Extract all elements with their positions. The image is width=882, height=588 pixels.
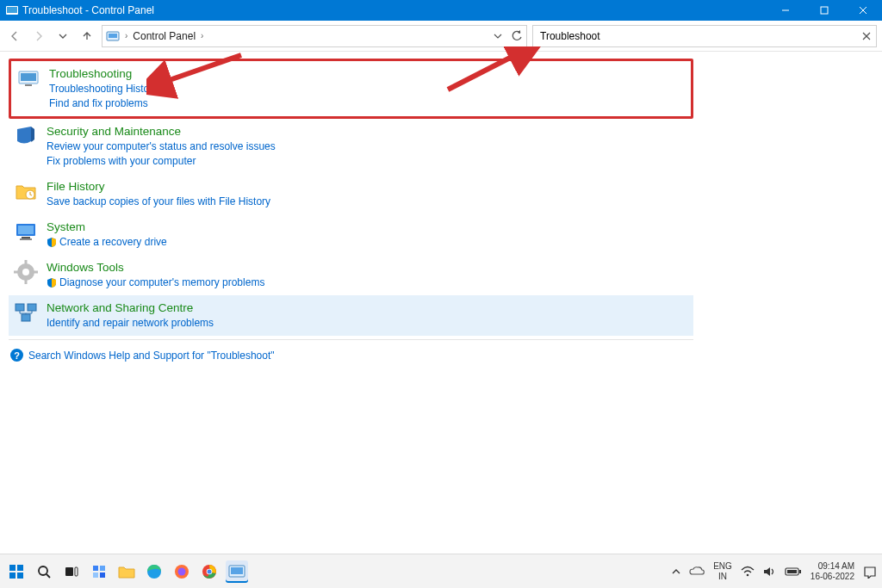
search-input[interactable] <box>538 28 857 44</box>
result-sublink-text: Fix problems with your computer <box>47 155 196 167</box>
result-item-security-maintenance[interactable]: Security and MaintenanceReview your comp… <box>9 119 693 174</box>
search-box[interactable] <box>532 25 877 47</box>
result-sublink-text: Save backup copies of your files with Fi… <box>47 195 270 207</box>
file-explorer-button[interactable] <box>115 560 138 583</box>
result-title[interactable]: System <box>47 220 167 235</box>
battery-icon[interactable] <box>785 566 802 577</box>
result-item-system[interactable]: SystemCreate a recovery drive <box>9 214 693 255</box>
result-sublink[interactable]: Identify and repair network problems <box>47 316 214 331</box>
svg-rect-36 <box>75 567 78 576</box>
result-sublink[interactable]: Fix problems with your computer <box>47 154 276 169</box>
result-sublink[interactable]: Review your computer's status and resolv… <box>47 139 276 154</box>
result-title[interactable]: Windows Tools <box>47 260 264 275</box>
system-icon <box>14 220 38 244</box>
svg-rect-28 <box>22 314 30 321</box>
result-sublink[interactable]: Save backup copies of your files with Fi… <box>47 195 270 209</box>
result-item-troubleshooting[interactable]: TroubleshootingTroubleshooting HistoryFi… <box>9 59 693 119</box>
recent-locations-button[interactable] <box>53 27 72 46</box>
lang-line2: IN <box>713 572 732 582</box>
svg-rect-7 <box>109 34 117 38</box>
minimize-button[interactable] <box>766 0 804 21</box>
chevron-right-icon[interactable]: › <box>199 31 205 40</box>
svg-point-43 <box>178 567 186 575</box>
close-button[interactable] <box>843 0 882 21</box>
result-title[interactable]: Security and Maintenance <box>47 124 276 139</box>
result-sublink-text: Identify and repair network problems <box>47 317 214 329</box>
svg-rect-18 <box>22 237 30 238</box>
onedrive-icon[interactable] <box>689 566 705 577</box>
chevron-right-icon[interactable]: › <box>123 31 129 40</box>
task-view-button[interactable] <box>60 560 83 583</box>
shield-icon <box>47 277 57 288</box>
svg-rect-35 <box>65 567 73 576</box>
svg-rect-3 <box>821 7 828 14</box>
notifications-button[interactable] <box>863 565 877 579</box>
result-title[interactable]: Network and Sharing Centre <box>47 300 214 316</box>
result-item-file-history[interactable]: File HistorySave backup copies of your f… <box>9 174 693 214</box>
result-body: SystemCreate a recovery drive <box>47 220 167 250</box>
language-indicator[interactable]: ENG IN <box>713 561 732 582</box>
svg-rect-13 <box>21 73 36 81</box>
divider <box>9 339 693 340</box>
svg-rect-30 <box>17 565 23 571</box>
breadcrumb-root[interactable]: Control Panel <box>133 30 196 42</box>
svg-rect-40 <box>100 573 105 578</box>
widgets-button[interactable] <box>88 560 110 583</box>
time-text: 09:14 AM <box>811 561 854 572</box>
svg-point-46 <box>208 569 212 573</box>
clear-search-button[interactable] <box>862 32 871 40</box>
system-tray: ENG IN 09:14 AM 16-06-2022 <box>672 561 877 582</box>
svg-rect-23 <box>25 279 28 284</box>
result-item-network-sharing[interactable]: Network and Sharing CentreIdentify and r… <box>9 295 693 336</box>
taskbar: ENG IN 09:14 AM 16-06-2022 <box>0 554 882 588</box>
titlebar: Troubleshoot - Control Panel <box>0 0 882 21</box>
edge-button[interactable] <box>143 560 165 583</box>
result-sublink-text: Troubleshooting History <box>49 83 158 95</box>
start-button[interactable] <box>5 560 28 583</box>
result-body: File HistorySave backup copies of your f… <box>47 179 270 209</box>
clock[interactable]: 09:14 AM 16-06-2022 <box>811 561 854 582</box>
svg-rect-14 <box>25 84 32 86</box>
troubleshooting-icon <box>16 66 40 90</box>
chrome-button[interactable] <box>198 560 220 583</box>
address-bar[interactable]: › Control Panel › <box>102 25 527 47</box>
up-button[interactable] <box>78 27 96 46</box>
result-sublink[interactable]: Find and fix problems <box>49 96 158 111</box>
file-history-icon <box>14 179 38 203</box>
search-taskbar-button[interactable] <box>33 560 55 583</box>
svg-rect-29 <box>9 565 16 571</box>
result-sublink[interactable]: Troubleshooting History <box>49 82 158 96</box>
windows-tools-icon <box>14 260 38 284</box>
help-link[interactable]: ? Search Windows Help and Support for "T… <box>9 344 873 367</box>
maximize-button[interactable] <box>804 0 843 21</box>
tray-overflow-button[interactable] <box>672 567 680 576</box>
result-sublink-text: Create a recovery drive <box>59 236 167 248</box>
svg-rect-39 <box>93 573 98 578</box>
control-panel-titlebar-icon <box>5 3 19 17</box>
result-title[interactable]: Troubleshooting <box>49 66 158 82</box>
window-title: Troubleshoot - Control Panel <box>22 4 154 16</box>
result-title[interactable]: File History <box>47 179 270 195</box>
result-sublink[interactable]: Create a recovery drive <box>47 235 167 250</box>
volume-icon[interactable] <box>763 566 776 578</box>
control-panel-taskbar-button[interactable] <box>226 560 248 583</box>
result-body: Network and Sharing CentreIdentify and r… <box>47 300 214 331</box>
svg-rect-1 <box>7 7 17 13</box>
result-sublink[interactable]: Diagnose your computer's memory problems <box>47 275 264 290</box>
lang-line1: ENG <box>713 561 732 572</box>
result-item-windows-tools[interactable]: Windows ToolsDiagnose your computer's me… <box>9 255 693 295</box>
result-sublink-text: Review your computer's status and resolv… <box>47 140 276 152</box>
forward-button[interactable] <box>29 27 48 46</box>
address-dropdown-button[interactable] <box>494 32 502 40</box>
firefox-button[interactable] <box>171 560 193 583</box>
refresh-button[interactable] <box>511 30 523 42</box>
svg-line-34 <box>47 574 50 578</box>
date-text: 16-06-2022 <box>811 572 854 582</box>
svg-rect-38 <box>100 566 105 571</box>
svg-rect-25 <box>33 271 38 274</box>
back-button[interactable] <box>5 27 24 46</box>
svg-rect-37 <box>93 566 98 571</box>
svg-rect-26 <box>16 304 24 311</box>
wifi-icon[interactable] <box>741 566 755 578</box>
svg-rect-48 <box>231 567 243 574</box>
